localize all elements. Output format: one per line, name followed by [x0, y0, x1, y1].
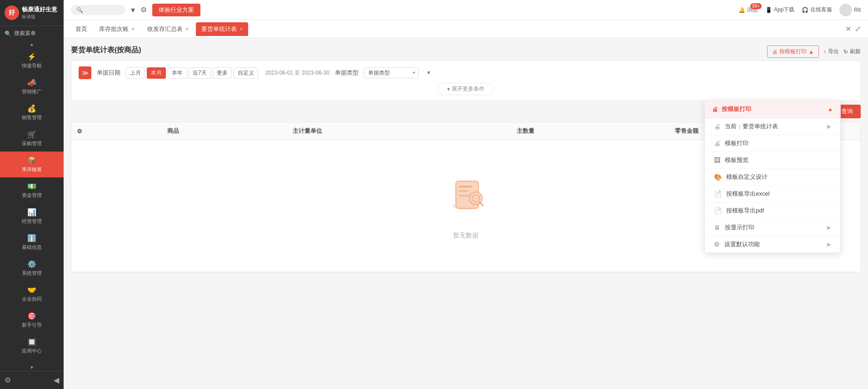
app-logo-text: 畅康通好生意 标准版	[22, 6, 57, 20]
sidebar-item-inventory[interactable]: 📦 库存核算	[0, 152, 64, 177]
sidebar-bottom: ⚙ ◀	[0, 371, 64, 389]
sidebar-item-newbie[interactable]: 🎯 新手引导	[0, 307, 64, 333]
date-btn-prev-month[interactable]: 上月	[126, 67, 145, 79]
tab-batch-account-close[interactable]: ×	[131, 26, 135, 32]
tab-order-close[interactable]: ×	[239, 26, 243, 32]
display-print-icon: 🖥	[714, 224, 720, 231]
notification-btn[interactable]: 🔔 消息 99+	[738, 6, 758, 14]
topbar-gear-icon[interactable]: ⚙	[140, 5, 147, 14]
template-custom-item[interactable]: 🎨 模板自定义设计	[705, 169, 840, 186]
newbie-icon: 🎯	[27, 312, 36, 320]
export-btn[interactable]: ↑ 导出	[823, 48, 839, 56]
page-area: 要货单统计表(按商品) ≫ 单据日期 上月 本月 本年 近7天 更多 自定义 2…	[64, 38, 868, 389]
home-label: 首页	[75, 25, 87, 33]
template-export-pdf-item[interactable]: 📄 按模板导出pdf	[705, 202, 840, 219]
scroll-down-arrow[interactable]: ▼	[30, 365, 34, 370]
order-type-dropdown-arrow: ▼	[426, 70, 431, 76]
date-btn-more[interactable]: 更多	[213, 67, 232, 79]
sidebar-item-basic-info[interactable]: ℹ️ 基础信息	[0, 229, 64, 255]
template-export-pdf-label: 按模板导出pdf	[726, 207, 764, 215]
trial-industry-btn[interactable]: 体验行业方案	[152, 4, 200, 16]
expand-conditions-btn[interactable]: ▾ 展开更多条件	[438, 83, 494, 95]
template-print-item[interactable]: 🖨 模板打印	[705, 135, 840, 152]
expand-conditions-area: ▾ 展开更多条件	[79, 83, 853, 95]
template-export-excel-label: 按模板导出excel	[726, 190, 769, 198]
order-type-select[interactable]: 单据类型	[364, 67, 419, 78]
col-quantity: 主数量	[511, 122, 669, 140]
sidebar-item-sys-admin[interactable]: ⚙️ 系统管理	[0, 255, 64, 281]
display-print-item[interactable]: 🖥 按显示打印 ▶	[705, 219, 840, 236]
sidebar-search[interactable]: 🔍 搜索菜单	[0, 26, 64, 41]
print-dropdown-close-icon[interactable]: ▲	[828, 106, 833, 112]
sidebar-item-wechat[interactable]: 💬 企业微信	[0, 359, 64, 364]
current-template-arrow: ▶	[827, 123, 831, 130]
sidebar-logo: 好 畅康通好生意 标准版	[0, 0, 64, 26]
purchase-icon: 🛒	[27, 130, 36, 139]
refresh-btn[interactable]: ↻ 刷新	[843, 48, 861, 56]
filter-expand-icon[interactable]: ≫	[79, 66, 91, 79]
marketing-icon: 📣	[27, 78, 36, 87]
sidebar-item-sales[interactable]: 💰 销售管理	[0, 100, 64, 126]
sys-admin-icon: ⚙️	[27, 260, 36, 268]
print-chevron-up: ▲	[808, 49, 814, 55]
online-service-btn[interactable]: 🎧 在线客服	[802, 6, 832, 14]
tab-bar-right: ✕ ⤢	[845, 25, 861, 33]
date-filter-label: 单据日期	[97, 69, 120, 77]
top-search-box[interactable]: 🔍	[71, 5, 125, 15]
set-default-item[interactable]: ⚙ 设置默认功能 ▶	[705, 236, 840, 253]
user-avatar-area[interactable]: Rit	[839, 4, 861, 16]
tab-batch-account[interactable]: 库存批次账 ×	[94, 22, 140, 36]
app-download-btn[interactable]: 📱 App下载	[765, 6, 794, 14]
template-export-pdf-icon: 📄	[714, 207, 722, 214]
date-btn-current-year[interactable]: 本年	[168, 67, 187, 79]
app-download-icon: 📱	[765, 7, 772, 13]
svg-line-8	[479, 202, 483, 206]
template-export-excel-item[interactable]: 📄 按模板导出excel	[705, 186, 840, 202]
collapse-sidebar-icon[interactable]: ◀	[54, 376, 59, 384]
sidebar-item-finance[interactable]: 💵 资金管理	[0, 177, 64, 203]
current-template-item[interactable]: 🖨 当前：要货单统计表 ▶	[705, 118, 840, 135]
scroll-up-arrow[interactable]: ▲	[30, 42, 34, 47]
template-print-label: 模板打印	[725, 139, 748, 147]
basic-info-icon: ℹ️	[27, 234, 36, 242]
notification-icon: 🔔	[738, 7, 745, 13]
tab-close-all-icon[interactable]: ✕	[845, 25, 851, 33]
sidebar-item-quick-nav[interactable]: ⚡ 快捷导航	[0, 48, 64, 74]
print-template-btn[interactable]: 🖨 按模板打印 ▲	[767, 45, 819, 58]
settings-bottom-icon[interactable]: ⚙	[5, 376, 11, 384]
date-btn-current-month[interactable]: 本月	[147, 67, 166, 79]
date-btn-last-7-days[interactable]: 近7天	[189, 67, 211, 79]
sidebar-item-purchase[interactable]: 🛒 采购管理	[0, 126, 64, 152]
col-settings: ⚙	[71, 122, 162, 140]
tab-order-label: 要货单统计表	[201, 25, 237, 33]
sidebar-item-enterprise[interactable]: 🤝 企业协同	[0, 281, 64, 307]
tab-receivable-label: 收发存汇总表	[147, 25, 183, 33]
tab-receivable-summary[interactable]: 收发存汇总表 ×	[142, 22, 194, 36]
col-product: 商品	[162, 122, 287, 140]
operation-icon: 📊	[27, 208, 36, 217]
print-dropdown-title: 按模板打印	[722, 105, 751, 113]
set-default-arrow: ▶	[827, 241, 831, 248]
date-btn-custom[interactable]: 自定义	[234, 67, 258, 79]
tab-order-summary[interactable]: 要货单统计表 ×	[196, 22, 248, 36]
template-print-icon: 🖨	[714, 140, 720, 147]
sidebar-item-marketing[interactable]: 📣 营销推广	[0, 74, 64, 100]
empty-illustration	[443, 172, 489, 226]
tab-batch-account-label: 库存批次账	[99, 25, 129, 33]
template-preview-item[interactable]: 🖼 模板预览	[705, 152, 840, 169]
template-custom-icon: 🎨	[714, 173, 722, 181]
app-download-label: App下载	[774, 6, 794, 14]
sidebar-item-app-center[interactable]: 🔲 应用中心	[0, 333, 64, 359]
display-print-arrow: ▶	[827, 224, 831, 231]
tab-receivable-close[interactable]: ×	[185, 26, 189, 32]
print-dropdown-header: 🖨 按模板打印 ▲	[705, 101, 840, 118]
nav-dropdown-icon[interactable]: ▾	[131, 5, 135, 15]
expand-label: 展开更多条件	[452, 85, 484, 93]
tab-home[interactable]: 首页	[71, 22, 92, 36]
set-default-label: 设置默认功能	[724, 240, 760, 248]
sidebar-item-operation[interactable]: 📊 经营管理	[0, 203, 64, 229]
export-icon: ↑	[823, 49, 826, 55]
service-label: 在线客服	[810, 6, 832, 14]
tab-expand-icon[interactable]: ⤢	[855, 25, 861, 33]
column-settings-icon[interactable]: ⚙	[77, 128, 82, 135]
